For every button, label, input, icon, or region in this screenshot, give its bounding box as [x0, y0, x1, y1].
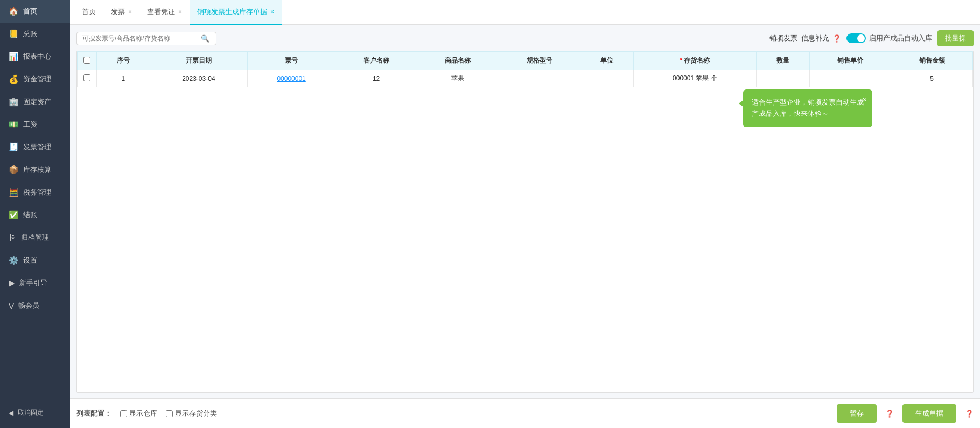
search-box[interactable]: 🔍 — [76, 32, 216, 45]
toolbar: 🔍 销项发票_信息补充 ❓ 启用产成品自动入库 批量操 — [76, 30, 974, 46]
auto-warehouse-toggle[interactable] — [846, 33, 866, 43]
row-unit — [580, 70, 634, 87]
sidebar-label-assets: 固定资产 — [23, 97, 51, 107]
generate-button[interactable]: 生成单据 — [902, 404, 956, 423]
home-icon: 🏠 — [9, 6, 19, 16]
show-category-checkbox[interactable] — [166, 410, 173, 417]
batch-button[interactable]: 批量操 — [937, 30, 974, 46]
ledger-icon: 📒 — [9, 29, 19, 39]
select-all-checkbox[interactable] — [83, 57, 90, 64]
search-icon: 🔍 — [201, 34, 209, 43]
sidebar-item-assets[interactable]: 🏢 固定资产 — [0, 91, 70, 113]
tooltip-popup: × 适合生产型企业，销项发票自动生成产成品入库，快来体验～ — [743, 89, 872, 127]
row-number: 00000001 — [247, 70, 335, 87]
show-warehouse-checkbox[interactable] — [120, 410, 127, 417]
col-amount: 销售金额 — [891, 52, 973, 70]
row-product: 苹果 — [417, 70, 499, 87]
search-input[interactable] — [82, 34, 201, 42]
col-customer: 客户名称 — [335, 52, 417, 70]
tab-invoice-label: 发票 — [111, 7, 125, 17]
pin-label: 取消固定 — [18, 408, 44, 417]
show-category-label[interactable]: 显示存货分类 — [166, 409, 217, 418]
sidebar-label-inventory: 库存核算 — [23, 165, 51, 175]
sidebar-item-payroll[interactable]: 💵 工资 — [0, 113, 70, 136]
save-help-icon[interactable]: ❓ — [885, 410, 894, 418]
tab-home-label: 首页 — [82, 7, 96, 17]
generate-help-icon[interactable]: ❓ — [965, 410, 974, 418]
tab-invoice[interactable]: 发票 × — [103, 0, 139, 25]
sidebar-item-funds[interactable]: 💰 资金管理 — [0, 68, 70, 91]
sidebar-label-guide: 新手引导 — [19, 278, 47, 288]
sidebar-label-vip: 畅会员 — [18, 301, 39, 310]
col-number: 票号 — [247, 52, 335, 70]
tooltip-text: 适合生产型企业，销项发票自动生成产成品入库，快来体验～ — [752, 98, 864, 118]
row-seq: 1 — [97, 70, 150, 87]
table-row: 1 2023-03-04 00000001 12 苹果 000001 苹果 个 … — [78, 70, 973, 87]
row-checkbox-cell — [78, 70, 97, 87]
assets-icon: 🏢 — [9, 97, 19, 107]
sidebar-label-close: 结账 — [23, 210, 37, 220]
sidebar-label-reports: 报表中心 — [23, 52, 51, 61]
col-inventory: 存货名称 — [633, 52, 756, 70]
sidebar-label-invoice: 发票管理 — [23, 142, 51, 152]
toggle-section: 启用产成品自动入库 — [846, 33, 932, 43]
settings-icon: ⚙️ — [9, 256, 19, 265]
row-checkbox[interactable] — [83, 74, 90, 81]
tab-sales-stock[interactable]: 销项发票生成库存单据 × — [190, 0, 282, 25]
tab-bar: 首页 发票 × 查看凭证 × 销项发票生成库存单据 × — [70, 0, 980, 25]
sidebar-item-invoice[interactable]: 🧾 发票管理 — [0, 136, 70, 158]
tooltip-close-button[interactable]: × — [863, 94, 867, 106]
reports-icon: 📊 — [9, 52, 19, 61]
show-warehouse-label[interactable]: 显示仓库 — [120, 409, 157, 418]
vip-icon: V — [9, 301, 14, 310]
row-inventory: 000001 苹果 个 — [633, 70, 756, 87]
archive-icon: 🗄 — [9, 233, 17, 243]
sidebar-item-inventory[interactable]: 📦 库存核算 — [0, 158, 70, 181]
guide-icon: ▶ — [9, 278, 15, 288]
sidebar-item-ledger[interactable]: 📒 总账 — [0, 23, 70, 45]
sidebar-item-close[interactable]: ✅ 结账 — [0, 204, 70, 226]
invoice-icon: 🧾 — [9, 142, 19, 152]
sidebar-item-reports[interactable]: 📊 报表中心 — [0, 45, 70, 68]
sidebar-item-settings[interactable]: ⚙️ 设置 — [0, 249, 70, 272]
show-warehouse-text: 显示仓库 — [129, 409, 157, 418]
close-period-icon: ✅ — [9, 210, 19, 220]
col-qty: 数量 — [756, 52, 809, 70]
sidebar-label-payroll: 工资 — [23, 120, 37, 129]
tab-voucher-label: 查看凭证 — [147, 7, 175, 17]
tab-voucher-close[interactable]: × — [178, 8, 182, 16]
tab-voucher[interactable]: 查看凭证 × — [139, 0, 190, 25]
pin-icon: ◀ — [9, 409, 13, 417]
funds-icon: 💰 — [9, 74, 19, 84]
list-config-label: 列表配置： — [76, 409, 111, 418]
data-table: 序号 开票日期 票号 客户名称 商品名称 规格型号 单位 存货名称 数量 销售单… — [77, 51, 973, 87]
info-section: 销项发票_信息补充 ❓ — [769, 33, 841, 43]
show-category-text: 显示存货分类 — [175, 409, 217, 418]
sidebar-item-tax[interactable]: 🧮 税务管理 — [0, 181, 70, 204]
sidebar-label-home: 首页 — [23, 6, 37, 16]
sidebar-item-home[interactable]: 🏠 首页 — [0, 0, 70, 23]
inventory-icon: 📦 — [9, 165, 19, 175]
save-button[interactable]: 暂存 — [837, 404, 877, 423]
sidebar-label-settings: 设置 — [23, 256, 37, 265]
sidebar-pin-button[interactable]: ◀ 取消固定 — [0, 402, 70, 424]
tab-invoice-close[interactable]: × — [128, 8, 132, 16]
toggle-label: 启用产成品自动入库 — [869, 33, 932, 43]
table-header-row: 序号 开票日期 票号 客户名称 商品名称 规格型号 单位 存货名称 数量 销售单… — [78, 52, 973, 70]
row-date: 2023-03-04 — [150, 70, 247, 87]
col-seq: 序号 — [97, 52, 150, 70]
sidebar-label-archive: 归档管理 — [21, 233, 49, 243]
sidebar-item-guide[interactable]: ▶ 新手引导 — [0, 272, 70, 294]
tab-sales-stock-label: 销项发票生成库存单据 — [197, 7, 267, 17]
sidebar-item-vip[interactable]: V 畅会员 — [0, 294, 70, 317]
tab-home[interactable]: 首页 — [74, 0, 103, 25]
info-label: 销项发票_信息补充 — [769, 33, 829, 43]
bottom-bar: 列表配置： 显示仓库 显示存货分类 暂存 ❓ 生成单据 ❓ — [70, 398, 980, 428]
tab-sales-stock-close[interactable]: × — [270, 8, 274, 16]
sidebar-item-archive[interactable]: 🗄 归档管理 — [0, 226, 70, 249]
main-panel: 首页 发票 × 查看凭证 × 销项发票生成库存单据 × 🔍 销项发票_信息补充 … — [70, 0, 980, 428]
info-help-icon[interactable]: ❓ — [832, 34, 841, 43]
row-price — [809, 70, 891, 87]
tax-icon: 🧮 — [9, 188, 19, 197]
payroll-icon: 💵 — [9, 120, 19, 129]
